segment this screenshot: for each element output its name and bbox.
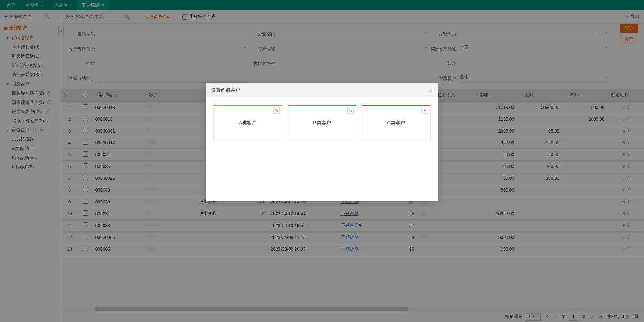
card-edit-icon[interactable]: ✎: [421, 107, 428, 114]
card-edit-icon[interactable]: ✎: [273, 107, 280, 114]
card-class-a[interactable]: ✎ A类客户: [213, 105, 282, 141]
card-label: B类客户: [313, 120, 331, 126]
card-class-c[interactable]: ✎ C类客户: [362, 105, 431, 141]
card-label: A类客户: [239, 120, 257, 126]
modal-title: 设置价值客户: [211, 87, 240, 93]
value-customer-modal: 设置价值客户 ✕ ✎ A类客户 ✎ B类客户 ✎ C类客户: [206, 83, 438, 201]
card-edit-icon[interactable]: ✎: [347, 107, 354, 114]
modal-close-button[interactable]: ✕: [428, 87, 433, 93]
card-label: C类客户: [387, 120, 405, 126]
card-class-b[interactable]: ✎ B类客户: [288, 105, 357, 141]
modal-overlay[interactable]: 设置价值客户 ✕ ✎ A类客户 ✎ B类客户 ✎ C类客户: [0, 0, 644, 322]
